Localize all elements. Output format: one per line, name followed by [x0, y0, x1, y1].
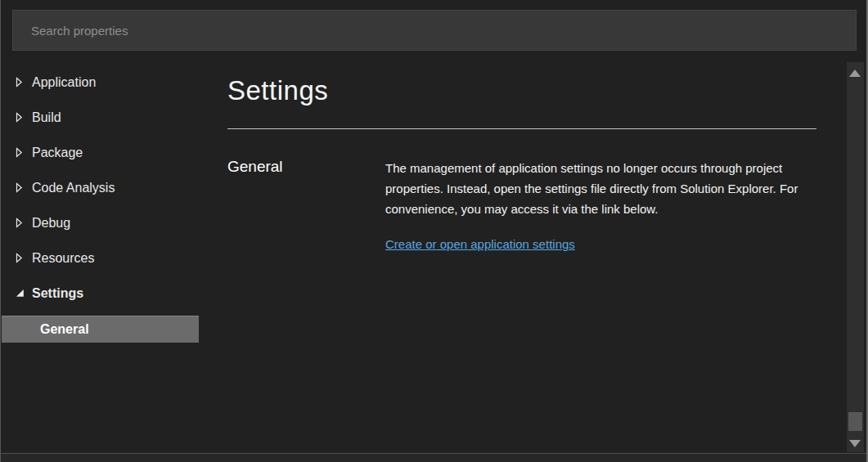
chevron-right-icon — [16, 253, 25, 263]
sidebar-item-application[interactable]: Application — [2, 65, 199, 100]
section-heading: General — [227, 158, 385, 252]
chevron-right-icon — [16, 182, 25, 193]
sidebar-subitem-label: General — [40, 322, 89, 337]
sidebar-item-label: Settings — [32, 286, 83, 301]
sidebar-item-label: Package — [32, 146, 83, 160]
sidebar-item-resources[interactable]: Resources — [2, 240, 199, 276]
scrollbar-thumb[interactable] — [848, 412, 862, 431]
properties-category-sidebar: Application Build Package Code Analysis — [2, 65, 199, 343]
page-title: Settings — [227, 74, 816, 108]
scroll-up-arrow-icon[interactable] — [849, 70, 861, 77]
sidebar-item-debug[interactable]: Debug — [2, 205, 199, 240]
sidebar-item-label: Debug — [32, 216, 70, 231]
sidebar-item-code-analysis[interactable]: Code Analysis — [2, 170, 199, 205]
chevron-right-icon — [16, 218, 25, 228]
title-divider — [227, 128, 816, 129]
general-section: General The management of application se… — [227, 158, 816, 252]
vertical-scrollbar[interactable] — [847, 62, 864, 452]
section-description: The management of application settings n… — [385, 158, 816, 219]
scroll-down-arrow-icon[interactable] — [849, 440, 861, 447]
section-content: The management of application settings n… — [385, 158, 816, 252]
open-application-settings-link[interactable]: Create or open application settings — [385, 237, 575, 251]
sidebar-subitem-general-selected[interactable]: General — [2, 316, 199, 343]
sidebar-item-package[interactable]: Package — [2, 135, 199, 170]
chevron-right-icon — [16, 77, 25, 87]
sidebar-item-label: Build — [32, 110, 61, 125]
sidebar-item-settings[interactable]: Settings — [2, 276, 199, 311]
sidebar-item-label: Application — [32, 75, 96, 90]
sidebar-item-label: Resources — [32, 251, 94, 266]
chevron-right-icon — [16, 112, 25, 123]
sidebar-item-label: Code Analysis — [32, 181, 115, 195]
project-properties-window: Application Build Package Code Analysis — [0, 0, 868, 462]
settings-page: Settings General The management of appli… — [227, 0, 816, 252]
sidebar-item-build[interactable]: Build — [2, 100, 199, 135]
chevron-right-icon — [16, 147, 25, 158]
horizontal-scrollbar-track[interactable] — [1, 453, 866, 462]
chevron-expanded-icon — [16, 289, 25, 298]
